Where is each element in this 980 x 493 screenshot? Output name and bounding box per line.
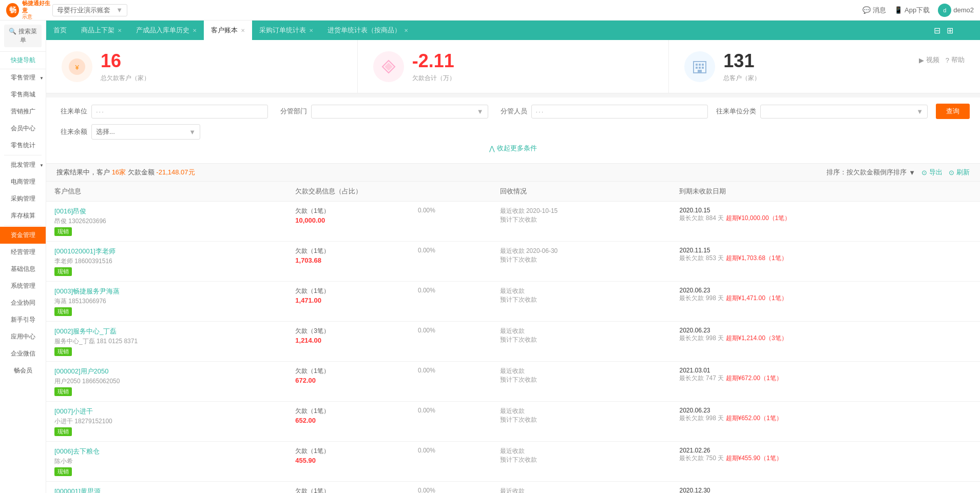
help-btn[interactable]: ? 帮助	[946, 55, 965, 65]
sidebar-item-enterprise[interactable]: 企业协同	[0, 294, 46, 311]
customer-name-7[interactable]: [000001]黄思源	[54, 487, 279, 493]
recovery-date-2: 最近收款	[500, 287, 663, 295]
stat-info-debt-customers: 16 总欠款客户（家）	[101, 50, 150, 83]
tab-product-listing[interactable]: 商品上下架 ✕	[74, 21, 129, 40]
overdue-date-3: 2020.06.23	[679, 327, 972, 334]
collapse-filter-btn[interactable]: ⋀ 收起更多条件	[56, 144, 970, 153]
stat-number-total-customers: 131	[723, 50, 760, 72]
tab-purchase-product-stats-label: 进货单统计表（按商品）	[328, 26, 401, 35]
cell-debt-label-6: 欠款（1笔） 455.90	[287, 442, 410, 482]
cell-recovery-4: 最近收款 预计下次收款	[492, 362, 671, 402]
sidebar-item-quick-nav[interactable]: 快捷导航	[0, 52, 46, 69]
stat-icon-building	[684, 51, 715, 82]
filter-person-input[interactable]: ···	[531, 105, 708, 119]
debt-pct-3: 0.00%	[418, 327, 484, 334]
overdue-amount-6[interactable]: 超期¥455.90（1笔）	[726, 455, 782, 462]
tabs-collapse-btn[interactable]: ⊟	[932, 26, 943, 35]
store-selector[interactable]: 母婴行业演示账套 ▼	[52, 4, 127, 16]
sidebar-item-system[interactable]: 系统管理	[0, 278, 46, 294]
filter-category-select[interactable]: ▼	[760, 105, 928, 119]
recovery-next-1: 预计下次收款	[500, 255, 663, 264]
tab-customer-account[interactable]: 客户账本 ✕	[204, 21, 252, 40]
refresh-btn[interactable]: ⊙ 刷新	[949, 168, 970, 177]
svg-rect-7	[702, 64, 704, 66]
stat-card-total-customers: 131 总客户（家） ▶ 视频 ? 帮助	[669, 40, 980, 93]
tab-home[interactable]: 首页	[46, 21, 74, 40]
tab-purchase-product-stats-close[interactable]: ✕	[404, 28, 408, 33]
filter-balance: 往来余额 选择... ▼	[56, 124, 200, 140]
tab-purchase-product-stats[interactable]: 进货单统计表（按商品） ✕	[320, 21, 415, 40]
message-icon: 💬	[862, 6, 871, 14]
app-download-label: App下载	[905, 6, 930, 15]
tab-product-history-close[interactable]: ✕	[193, 28, 197, 33]
app-download-btn[interactable]: 📱 App下载	[894, 6, 930, 15]
customer-name-6[interactable]: [0006]去下粮仓	[54, 447, 279, 456]
debt-amount-4: 672.00	[295, 377, 401, 384]
overdue-amount-4[interactable]: 超期¥672.00（1笔）	[726, 374, 782, 382]
sidebar-item-retail-mall[interactable]: 零售商城	[0, 86, 46, 103]
sidebar-item-wholesale[interactable]: 批发管理	[0, 156, 46, 173]
sidebar-search-area: 🔍 搜索菜单	[0, 21, 46, 52]
overdue-amount-1[interactable]: 超期¥1,703.68（1笔）	[726, 254, 787, 262]
cell-debt-label-5: 欠款（1笔） 652.00	[287, 402, 410, 442]
video-help-btn[interactable]: ▶ 视频	[919, 55, 939, 65]
tab-purchase-stats[interactable]: 采购订单统计表 ✕	[252, 21, 320, 40]
store-dropdown-arrow: ▼	[116, 6, 123, 14]
sidebar-item-retail-management[interactable]: 零售管理	[0, 69, 46, 86]
tab-customer-account-close[interactable]: ✕	[241, 28, 245, 33]
customer-name-1[interactable]: [0001020001]李老师	[54, 247, 279, 256]
stat-label-total-customers: 总客户（家）	[723, 74, 760, 83]
debt-amount-1: 1,703.68	[295, 257, 401, 264]
tabs-expand-btn[interactable]: ⊞	[945, 26, 955, 35]
customer-sub-1: 李老师 18600391516	[54, 257, 279, 266]
overdue-date-4: 2021.03.01	[679, 367, 972, 374]
tab-product-history[interactable]: 产成品入库单历史 ✕	[129, 21, 204, 40]
filter-person-dots: ···	[536, 108, 545, 115]
sidebar-search-btn[interactable]: 🔍 搜索菜单	[4, 25, 42, 47]
export-btn[interactable]: ⊙ 导出	[921, 168, 943, 177]
filter-category: 往来单位分类 ▼	[716, 105, 928, 119]
cell-customer-2: [0003]畅捷服务尹海蒸 海蒸 18513066976 现销	[46, 282, 287, 322]
overdue-amount-2[interactable]: 超期¥1,471.00（1笔）	[726, 294, 787, 302]
sort-selector[interactable]: 排序：按欠款金额倒序排序 ▼	[827, 168, 915, 177]
table-row: [0003]畅捷服务尹海蒸 海蒸 18513066976 现销 欠款（1笔） 1…	[46, 282, 980, 322]
logo-icon: 畅	[6, 3, 19, 17]
cell-overdue-4: 2021.03.01 最长欠款 747 天 超期¥672.00（1笔）	[671, 362, 980, 402]
avatar: d	[938, 4, 951, 17]
overdue-amount-0[interactable]: 超期¥10,000.00（1笔）	[726, 214, 791, 222]
sidebar-item-finance[interactable]: 资金管理	[0, 227, 46, 244]
message-label: 消息	[873, 6, 886, 15]
sidebar-item-apps[interactable]: 应用中心	[0, 328, 46, 345]
tab-purchase-stats-close[interactable]: ✕	[309, 28, 313, 33]
sidebar-item-operations[interactable]: 经营管理	[0, 244, 46, 261]
search-button[interactable]: 查询	[936, 104, 970, 119]
username-label: demo2	[953, 6, 974, 14]
sidebar-item-purchase[interactable]: 采购管理	[0, 190, 46, 207]
sidebar-item-weixin[interactable]: 企业微信	[0, 345, 46, 362]
cell-overdue-6: 2021.02.26 最长欠款 750 天 超期¥455.90（1笔）	[671, 442, 980, 482]
user-menu[interactable]: d demo2	[938, 4, 974, 17]
content-area: ¥ 16 总欠款客户（家）	[46, 40, 980, 493]
filter-balance-select[interactable]: 选择... ▼	[91, 124, 200, 140]
customer-name-3[interactable]: [0002]服务中心_丁磊	[54, 327, 279, 336]
customer-name-2[interactable]: [0003]畅捷服务尹海蒸	[54, 287, 279, 296]
sidebar-item-marketing[interactable]: 营销推广	[0, 103, 46, 120]
filter-dept-select[interactable]: ▼	[311, 105, 488, 119]
overdue-amount-5[interactable]: 超期¥652.00（1笔）	[726, 415, 782, 422]
tab-product-listing-close[interactable]: ✕	[118, 28, 122, 33]
customer-name-5[interactable]: [0007]小进干	[54, 407, 279, 416]
top-right: 💬 消息 📱 App下载 d demo2	[862, 4, 974, 17]
sidebar-item-retail-stats[interactable]: 零售统计	[0, 137, 46, 154]
overdue-amount-3[interactable]: 超期¥1,214.00（3笔）	[726, 334, 787, 342]
customer-name-4[interactable]: [000002]用户2050	[54, 367, 279, 376]
customer-name-0[interactable]: [0016]昂俊	[54, 207, 279, 216]
sidebar-item-ecommerce[interactable]: 电商管理	[0, 173, 46, 190]
filter-unit-input[interactable]: ···	[91, 105, 268, 119]
message-btn[interactable]: 💬 消息	[862, 6, 886, 15]
sidebar-item-guide[interactable]: 新手引导	[0, 311, 46, 328]
sidebar-item-member-center[interactable]: 会员中心	[0, 120, 46, 137]
sidebar-item-member[interactable]: 畅会员	[0, 362, 46, 379]
sidebar-item-basic-info[interactable]: 基础信息	[0, 261, 46, 278]
tabs-bar: 首页 商品上下架 ✕ 产成品入库单历史 ✕ 客户账本 ✕ 采购订单统计表 ✕	[46, 21, 980, 40]
sidebar-item-inventory[interactable]: 库存核算	[0, 207, 46, 224]
